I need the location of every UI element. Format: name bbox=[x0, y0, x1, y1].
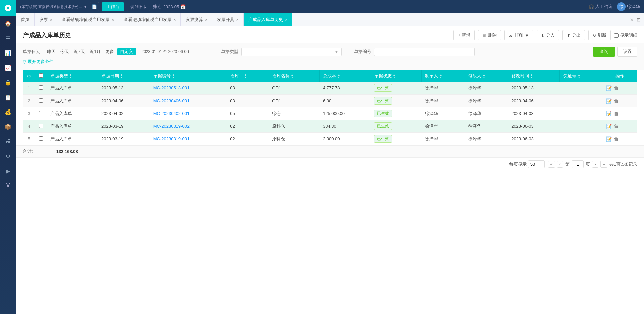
th-warehouse-name[interactable]: 仓库名称▲▼ bbox=[269, 70, 320, 82]
expand-icon: ▽ bbox=[23, 59, 26, 64]
th-date[interactable]: 单据日期▲▼ bbox=[98, 70, 150, 82]
print-icon: 🖨 bbox=[509, 33, 513, 38]
show-detail-checkbox[interactable] bbox=[614, 33, 619, 38]
new-button[interactable]: + 新增 bbox=[453, 30, 475, 40]
prev-page-button[interactable]: ‹ bbox=[557, 161, 563, 168]
edit-action-5[interactable]: 📝 bbox=[606, 136, 612, 142]
th-status[interactable]: 单据状态▲▼ bbox=[371, 70, 422, 82]
row-number-3[interactable]: MC-20230402-001 bbox=[150, 107, 227, 120]
tab-invoice-issue-close[interactable]: × bbox=[236, 18, 238, 22]
th-creator[interactable]: 制单人▲▼ bbox=[422, 70, 465, 82]
last-page-button[interactable]: » bbox=[600, 161, 607, 168]
tab-sales-invoice[interactable]: 查看销项增值税专用发票 × bbox=[57, 13, 119, 26]
th-modify-time[interactable]: 修改时间▲▼ bbox=[508, 70, 560, 82]
table-wrapper: ⚙ 单据类型▲▼ 单据日期▲▼ 单据编号▲▼ 仓库...▲▼ 仓库名称▲▼ 总成… bbox=[16, 70, 644, 145]
edit-action-4[interactable]: 📝 bbox=[606, 124, 612, 129]
th-settings[interactable]: ⚙ bbox=[23, 70, 35, 82]
delete-button[interactable]: 🗑 删除 bbox=[478, 30, 501, 40]
shortcut-today[interactable]: 今天 bbox=[59, 48, 70, 55]
print-button[interactable]: 🖨 打印 ▼ bbox=[504, 30, 533, 40]
refresh-button[interactable]: ↻ 刷新 bbox=[588, 30, 611, 40]
print-dropdown-icon[interactable]: ▼ bbox=[525, 33, 529, 38]
expand-conditions-button[interactable]: ▽ 展开更多条件 bbox=[23, 59, 54, 65]
tab-home[interactable]: 首页 bbox=[16, 13, 35, 26]
sidebar-item-security[interactable]: 🔒 bbox=[0, 75, 16, 90]
th-modifier[interactable]: 修改人▲▼ bbox=[465, 70, 508, 82]
sidebar-item-home[interactable]: 🏠 bbox=[0, 16, 16, 31]
row-number-5[interactable]: MC-20230319-001 bbox=[150, 133, 227, 145]
show-detail-toggle[interactable]: 显示明细 bbox=[614, 32, 637, 38]
pagination-bar: 每页显示 « ‹ 第 页 › » 共1页,5条记录 bbox=[16, 157, 644, 171]
help-label[interactable]: 🎧 人工咨询 bbox=[589, 4, 613, 10]
period-calendar-icon[interactable]: 📅 bbox=[180, 4, 186, 9]
edit-action-2[interactable]: 📝 bbox=[606, 98, 612, 104]
tab-sales-invoice-close[interactable]: × bbox=[112, 18, 114, 22]
row-number-2[interactable]: MC-20230406-001 bbox=[150, 95, 227, 107]
import-button[interactable]: ⬇ 导入 bbox=[537, 30, 559, 40]
row-checkbox-2[interactable] bbox=[35, 95, 47, 107]
type-select[interactable]: ▼ bbox=[241, 48, 342, 56]
tab-product-history[interactable]: 产成品入库单历史 × bbox=[244, 13, 292, 26]
tab-invoice[interactable]: 发票 × bbox=[35, 13, 57, 26]
th-total-cost[interactable]: 总成本▲▼ bbox=[320, 70, 371, 82]
sidebar-item-settings[interactable]: ⚙ bbox=[0, 149, 16, 164]
tab-invoice-calc[interactable]: 发票测算 × bbox=[181, 13, 212, 26]
sidebar-item-v[interactable]: V bbox=[0, 178, 16, 193]
delete-action-4[interactable]: 🗑 bbox=[614, 124, 619, 129]
setting-button[interactable]: 设置 bbox=[617, 47, 637, 57]
close-all-tabs-icon[interactable]: ✕ bbox=[630, 17, 634, 22]
shortcut-1month[interactable]: 近1月 bbox=[88, 48, 102, 55]
row-number-1[interactable]: MC-20230513-001 bbox=[150, 82, 227, 95]
number-input[interactable] bbox=[374, 48, 475, 56]
th-voucher[interactable]: 凭证号▲▼ bbox=[560, 70, 603, 82]
sidebar-item-docs[interactable]: 📋 bbox=[0, 90, 16, 105]
delete-action-3[interactable]: 🗑 bbox=[614, 111, 619, 116]
th-warehouse-code[interactable]: 仓库...▲▼ bbox=[227, 70, 269, 82]
th-number[interactable]: 单据编号▲▼ bbox=[150, 70, 227, 82]
shortcut-custom[interactable]: 自定义 bbox=[117, 48, 136, 55]
sidebar-item-print[interactable]: 🖨 bbox=[0, 134, 16, 149]
page-number-input[interactable] bbox=[572, 160, 584, 168]
row-number-4[interactable]: MC-20230319-002 bbox=[150, 120, 227, 133]
company-dropdown-icon[interactable]: ▼ bbox=[84, 5, 87, 9]
tab-purchase-invoice[interactable]: 查看进项增值税专用发票 × bbox=[119, 13, 181, 26]
select-all-checkbox[interactable] bbox=[39, 73, 43, 78]
shortcut-more[interactable]: 更多 bbox=[104, 48, 115, 55]
per-page-input[interactable] bbox=[528, 160, 545, 168]
row-voucher-3 bbox=[560, 107, 603, 120]
company-selector[interactable]: (库存核算) 直播轻绑通信息技术股份... ▼ bbox=[20, 4, 87, 9]
tab-purchase-invoice-close[interactable]: × bbox=[174, 18, 176, 22]
switch-version-button[interactable]: 切到旧版 bbox=[127, 3, 150, 11]
doc-button[interactable]: 📄 bbox=[90, 2, 99, 11]
edit-action-3[interactable]: 📝 bbox=[606, 111, 612, 116]
maximize-icon[interactable]: ⊡ bbox=[637, 17, 641, 22]
workbench-button[interactable]: 工作台 bbox=[102, 2, 124, 11]
row-checkbox-3[interactable] bbox=[35, 107, 47, 120]
tab-invoice-close[interactable]: × bbox=[50, 18, 52, 22]
sidebar-item-chart[interactable]: 📊 bbox=[0, 46, 16, 60]
delete-action-1[interactable]: 🗑 bbox=[614, 85, 619, 91]
sidebar-item-menu[interactable]: ☰ bbox=[0, 31, 16, 46]
query-button[interactable]: 查询 bbox=[593, 47, 615, 57]
export-button[interactable]: ⬆ 导出 bbox=[562, 30, 585, 40]
row-checkbox-4[interactable] bbox=[35, 120, 47, 133]
user-menu[interactable]: 徐 徐泽华 bbox=[617, 2, 640, 11]
first-page-button[interactable]: « bbox=[548, 161, 555, 168]
shortcut-7days[interactable]: 近7天 bbox=[72, 48, 86, 55]
row-checkbox-5[interactable] bbox=[35, 133, 47, 145]
tab-product-history-close[interactable]: × bbox=[285, 18, 287, 22]
shortcut-yesterday[interactable]: 昨天 bbox=[46, 48, 57, 55]
row-checkbox-1[interactable] bbox=[35, 82, 47, 95]
delete-action-5[interactable]: 🗑 bbox=[614, 136, 619, 142]
th-type[interactable]: 单据类型▲▼ bbox=[47, 70, 98, 82]
sidebar-item-inventory[interactable]: 📦 bbox=[0, 119, 16, 134]
tab-invoice-calc-close[interactable]: × bbox=[205, 18, 207, 22]
edit-action-1[interactable]: 📝 bbox=[606, 85, 612, 91]
delete-action-2[interactable]: 🗑 bbox=[614, 98, 619, 104]
tab-invoice-issue[interactable]: 发票开具 × bbox=[212, 13, 244, 26]
sidebar-item-analytics[interactable]: 📈 bbox=[0, 60, 16, 75]
sidebar-item-finance[interactable]: 💰 bbox=[0, 105, 16, 119]
sidebar-item-video[interactable]: ▶ bbox=[0, 164, 16, 178]
next-page-button[interactable]: › bbox=[592, 161, 598, 168]
th-checkbox[interactable] bbox=[35, 70, 47, 82]
